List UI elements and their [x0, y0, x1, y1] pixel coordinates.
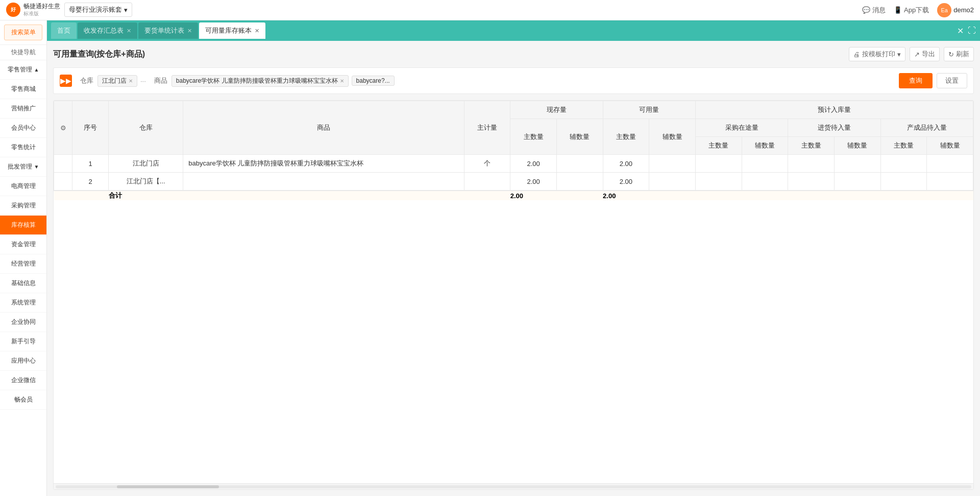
export-button[interactable]: ↗ 导出 [910, 47, 940, 61]
tab-home[interactable]: 首页 [51, 22, 77, 39]
production-pending-main-header: 主数量 [880, 137, 927, 155]
row-available-main-qty: 2.00 [603, 173, 649, 191]
app-download-label: App下载 [904, 6, 929, 15]
arrow-icon: ▲ [34, 67, 39, 73]
print-icon: 🖨 [853, 51, 860, 58]
horizontal-scrollbar[interactable] [54, 483, 973, 489]
sidebar-item-operations-mgmt[interactable]: 经营管理 [0, 254, 46, 274]
row-warehouse: 江北门店 [109, 155, 183, 173]
total-production-pending-aux [927, 191, 973, 200]
sidebar-item-basic-info[interactable]: 基础信息 [0, 274, 46, 293]
planned-inbound-header: 预计入库量 [695, 101, 973, 119]
sidebar-item-retail-mall[interactable]: 零售商城 [0, 80, 46, 99]
warehouse-more-button[interactable]: ··· [140, 77, 146, 85]
sidebar-item-label: 应用中心 [11, 357, 36, 365]
sidebar-item-finance-mgmt[interactable]: 资金管理 [0, 235, 46, 254]
search-menu-button[interactable]: 搜索菜单 [4, 25, 42, 40]
sidebar-item-label: 畅会员 [14, 395, 33, 404]
sidebar-item-purchase-mgmt[interactable]: 采购管理 [0, 196, 46, 216]
export-label: 导出 [922, 50, 935, 59]
quick-nav-button[interactable]: 快捷导航 [0, 45, 46, 60]
scroll-thumb[interactable] [117, 485, 219, 488]
app-download-action[interactable]: 📱 App下载 [894, 6, 929, 15]
sidebar-item-inventory-check[interactable]: 库存核算 [0, 216, 46, 235]
purchase-transit-header: 采购在途量 [695, 119, 788, 137]
product-tag-text-1: babycare学饮杯 儿童防摔防撞吸管杯重力球吸嘴杯宝宝水杯 [176, 77, 338, 85]
product-tag-close-1[interactable]: ✕ [340, 78, 344, 84]
print-button[interactable]: 🖨 按模板打印 ▾ [849, 47, 905, 61]
filter-toggle-button[interactable]: ▶▶ [60, 75, 72, 87]
sidebar-item-retail-mgmt[interactable]: 零售管理 ▲ [0, 60, 46, 80]
current-aux-qty-header: 辅数量 [556, 119, 603, 155]
tab-bar: 首页 收发存汇总表 ✕ 要货单统计表 ✕ 可用量库存账本 ✕ ✕ ⛶ [47, 20, 980, 41]
sidebar-item-vip-member[interactable]: 畅会员 [0, 390, 46, 410]
total-available-aux-qty [649, 191, 696, 200]
filter-area: ▶▶ 仓库 江北门店 ✕ ··· 商品 babycar [53, 67, 974, 94]
filter-actions: 查询 设置 [899, 73, 967, 88]
product-tag-2: babycare?... [352, 76, 395, 86]
row-inbound-pending-main [788, 155, 835, 173]
tab-close-icon[interactable]: ✕ [255, 28, 259, 34]
top-bar-left: 好 畅捷通好生意 标准版 母婴行业演示账套 ▾ [6, 3, 132, 17]
setting-button[interactable]: 设置 [937, 73, 967, 88]
sidebar-item-system-mgmt[interactable]: 系统管理 [0, 293, 46, 313]
total-row: 合计 2.00 2.00 [54, 191, 973, 200]
sidebar-item-enterprise-collab[interactable]: 企业协同 [0, 313, 46, 332]
sidebar-item-label: 零售统计 [11, 143, 36, 152]
sidebar-item-member-center[interactable]: 会员中心 [0, 119, 46, 138]
tab-receive-summary[interactable]: 收发存汇总表 ✕ [78, 22, 137, 39]
total-inbound-pending-main [788, 191, 835, 200]
sidebar-item-enterprise-wechat[interactable]: 企业微信 [0, 371, 46, 390]
logo-subtext: 标准版 [23, 10, 60, 17]
user-profile[interactable]: Ea demo2 [937, 3, 974, 17]
page-actions: 🖨 按模板打印 ▾ ↗ 导出 ↻ 刷新 [849, 47, 974, 61]
tab-available-inventory[interactable]: 可用量库存账本 ✕ [199, 22, 265, 39]
table-container[interactable]: ⚙ 序号 仓库 商品 主计量 现存量 可用量 预计入库量 [54, 101, 973, 483]
row-current-main-qty: 2.00 [510, 173, 557, 191]
tab-label: 可用量库存账本 [205, 26, 252, 35]
warehouse-filter-group: 仓库 江北门店 ✕ ··· [80, 75, 146, 87]
tab-close-icon[interactable]: ✕ [187, 28, 192, 34]
inbound-pending-header: 进货待入量 [788, 119, 880, 137]
sidebar-item-ecommerce-mgmt[interactable]: 电商管理 [0, 177, 46, 196]
chevron-down-icon: ▾ [897, 51, 901, 58]
total-product [183, 191, 464, 200]
refresh-button[interactable]: ↻ 刷新 [944, 47, 974, 61]
row-current-aux-qty [556, 155, 603, 173]
row-purchase-transit-aux [742, 155, 788, 173]
row-production-pending-aux [927, 173, 973, 191]
row-seq: 2 [72, 173, 109, 191]
row-warehouse: 江北门店【... [109, 173, 183, 191]
export-icon: ↗ [914, 51, 920, 58]
warehouse-tag-close[interactable]: ✕ [129, 78, 133, 84]
sidebar-item-retail-stats[interactable]: 零售统计 [0, 138, 46, 157]
sidebar-item-label: 营销推广 [11, 104, 36, 113]
sidebar-item-marketing[interactable]: 营销推广 [0, 99, 46, 119]
table-row: 2 江北门店【... 2.00 2.00 [54, 173, 973, 191]
arrow-icon: ▼ [34, 164, 39, 170]
scroll-track [56, 485, 971, 488]
tab-order-stats[interactable]: 要货单统计表 ✕ [138, 22, 198, 39]
sidebar-item-app-center[interactable]: 应用中心 [0, 351, 46, 371]
row-available-aux-qty [649, 173, 696, 191]
close-tab-icon[interactable]: ✕ [957, 26, 964, 36]
main-layout: 搜索菜单 快捷导航 零售管理 ▲ 零售商城 营销推广 会员中心 零售统计 批发管… [0, 20, 980, 496]
sidebar-item-new-guide[interactable]: 新手引导 [0, 332, 46, 351]
gear-icon[interactable]: ⚙ [60, 124, 66, 132]
sidebar-item-wholesale-mgmt[interactable]: 批发管理 ▼ [0, 157, 46, 177]
sidebar-item-label: 经营管理 [11, 259, 36, 268]
total-label: 合计 [109, 191, 183, 200]
fullscreen-icon[interactable]: ⛶ [968, 26, 976, 35]
total-seq [72, 191, 109, 200]
sidebar-item-label: 采购管理 [11, 201, 36, 210]
query-button[interactable]: 查询 [899, 73, 933, 88]
industry-selector[interactable]: 母婴行业演示账套 ▾ [64, 3, 132, 17]
username: demo2 [953, 6, 974, 14]
sidebar-item-label: 电商管理 [11, 182, 36, 191]
production-pending-aux-header: 辅数量 [927, 137, 973, 155]
row-available-main-qty: 2.00 [603, 155, 649, 173]
tab-close-icon[interactable]: ✕ [127, 28, 131, 34]
message-action[interactable]: 💬 消息 [862, 6, 886, 15]
row-inbound-pending-aux [834, 173, 880, 191]
row-inbound-pending-main [788, 173, 835, 191]
